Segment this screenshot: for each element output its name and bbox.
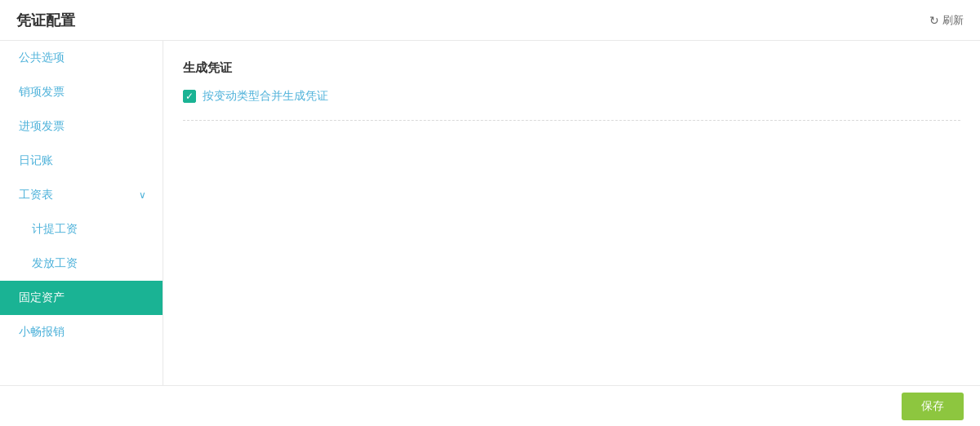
sidebar-item-purchase-invoice[interactable]: 进项发票 xyxy=(0,109,163,144)
sidebar-label-accrued-payroll: 计提工资 xyxy=(32,222,78,237)
page-header: 凭证配置 ↻ 刷新 xyxy=(0,0,980,41)
main-content: 生成凭证 ✓ 按变动类型合并生成凭证 xyxy=(163,41,980,385)
sidebar-label-expense-report: 小畅报销 xyxy=(19,325,65,339)
sidebar: 公共选项销项发票进项发票日记账工资表∨计提工资发放工资固定资产小畅报销 xyxy=(0,41,163,385)
sidebar-item-payroll-payout[interactable]: 发放工资 xyxy=(0,246,163,281)
check-mark-icon: ✓ xyxy=(185,91,194,101)
page-title: 凭证配置 xyxy=(16,11,75,30)
sidebar-item-public-options[interactable]: 公共选项 xyxy=(0,41,163,75)
page-wrapper: 凭证配置 ↻ 刷新 公共选项销项发票进项发票日记账工资表∨计提工资发放工资固定资… xyxy=(0,0,980,426)
sidebar-item-sales-invoice[interactable]: 销项发票 xyxy=(0,75,163,109)
refresh-icon: ↻ xyxy=(929,14,939,27)
sidebar-item-expense-report[interactable]: 小畅报销 xyxy=(0,315,163,349)
sidebar-label-payroll-table: 工资表 xyxy=(19,188,53,202)
merge-voucher-label[interactable]: 按变动类型合并生成凭证 xyxy=(203,89,328,104)
save-button[interactable]: 保存 xyxy=(902,393,964,420)
footer-bar: 保存 xyxy=(0,385,980,426)
sidebar-item-payroll-table[interactable]: 工资表∨ xyxy=(0,178,163,212)
sidebar-label-payroll-payout: 发放工资 xyxy=(32,256,78,271)
sidebar-item-journal[interactable]: 日记账 xyxy=(0,144,163,178)
sidebar-label-journal: 日记账 xyxy=(19,153,53,168)
sidebar-label-sales-invoice: 销项发票 xyxy=(19,85,65,100)
sidebar-label-public-options: 公共选项 xyxy=(19,51,65,65)
sidebar-label-purchase-invoice: 进项发票 xyxy=(19,119,65,134)
sidebar-item-accrued-payroll[interactable]: 计提工资 xyxy=(0,212,163,246)
sidebar-label-fixed-assets: 固定资产 xyxy=(19,291,65,305)
content-area: 公共选项销项发票进项发票日记账工资表∨计提工资发放工资固定资产小畅报销 生成凭证… xyxy=(0,41,980,385)
refresh-label: 刷新 xyxy=(942,13,964,28)
section-title: 生成凭证 xyxy=(183,60,960,76)
sidebar-item-fixed-assets[interactable]: 固定资产 xyxy=(0,281,163,315)
chevron-down-icon: ∨ xyxy=(139,189,146,201)
merge-voucher-checkbox[interactable]: ✓ xyxy=(183,90,196,103)
checkbox-row: ✓ 按变动类型合并生成凭证 xyxy=(183,89,960,104)
refresh-button[interactable]: ↻ 刷新 xyxy=(929,13,964,28)
section-divider xyxy=(183,120,960,121)
